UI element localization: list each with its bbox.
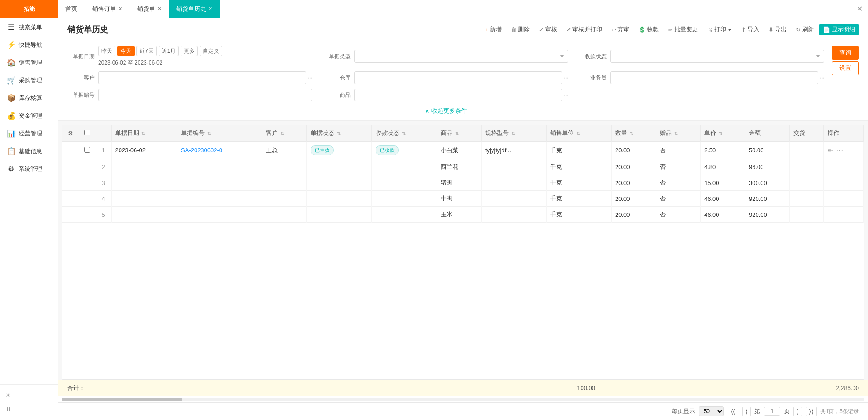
total-label: 共1页，5条记录 <box>820 408 859 415</box>
tab-sales-order[interactable]: 销售订单 ✕ <box>85 0 130 18</box>
col-transaction: 交货 <box>790 125 823 142</box>
warehouse-more-icon[interactable]: ··· <box>564 75 568 81</box>
date-btn-yesterday[interactable]: 昨天 <box>98 46 115 56</box>
batch-change-button[interactable]: ✏ 批量变更 <box>664 24 702 35</box>
tab-sales-delivery-close[interactable]: ✕ <box>157 6 161 12</box>
tab-sales-history[interactable]: 销货单历史 ✕ <box>169 0 220 18</box>
tab-sales-history-close[interactable]: ✕ <box>208 6 212 12</box>
query-button[interactable]: 查询 <box>832 46 859 60</box>
edit-icon-1[interactable]: ✏ <box>828 147 833 154</box>
row-spec-type-2 <box>482 159 547 175</box>
refresh-button[interactable]: ↻ 刷新 <box>792 24 818 35</box>
receipt-status-select[interactable] <box>610 50 824 63</box>
filter-product-field: 商品 ··· <box>323 89 568 101</box>
date-btn-7days[interactable]: 近7天 <box>136 46 157 56</box>
col-customer[interactable]: 客户 ⇅ <box>262 125 307 142</box>
sidebar-item-sales-mgmt[interactable]: 🏠 销售管理 <box>0 54 58 71</box>
customer-more-icon[interactable]: ··· <box>308 75 312 81</box>
col-product-label: 商品 <box>441 130 452 136</box>
product-more-icon[interactable]: ··· <box>564 92 568 98</box>
date-btn-more[interactable]: 更多 <box>181 46 198 56</box>
col-receipt-status[interactable]: 收款状态 ⇅ <box>372 125 437 142</box>
col-gift-sort: ⇅ <box>674 131 678 136</box>
col-quantity[interactable]: 数量 ⇅ <box>611 125 656 142</box>
tab-home[interactable]: 首页 <box>58 0 85 18</box>
refresh-icon: ↻ <box>796 26 801 33</box>
col-unit-price[interactable]: 单价 ⇅ <box>700 125 745 142</box>
col-doc-status[interactable]: 单据状态 ⇅ <box>307 125 372 142</box>
row-gift-1: 否 <box>656 142 700 159</box>
warehouse-input[interactable] <box>354 71 562 84</box>
product-input[interactable] <box>354 89 562 101</box>
staff-more-icon[interactable]: ··· <box>820 75 824 81</box>
date-btn-custom[interactable]: 自定义 <box>200 46 222 56</box>
sidebar-item-label: 库存核算 <box>19 94 42 102</box>
page-number-input[interactable] <box>764 407 780 416</box>
col-sales-unit-label: 销售单位 <box>550 130 574 136</box>
print-button[interactable]: 🖨 打印 ▼ <box>703 24 736 35</box>
sidebar-item-inventory[interactable]: 📦 库存核算 <box>0 89 58 107</box>
import-button[interactable]: ⬆ 导入 <box>738 24 763 35</box>
sidebar-item-quick-nav[interactable]: ⚡ 快捷导航 <box>0 36 58 54</box>
table-row: 5 玉米 千克 20.00 否 46.00 920.00 <box>62 207 864 223</box>
row-setting-3 <box>62 175 79 191</box>
prev-page-button[interactable]: ⟨ <box>742 407 751 416</box>
row-1-checkbox[interactable] <box>84 147 90 153</box>
horizontal-scrollbar[interactable] <box>58 396 868 402</box>
col-doc-no[interactable]: 单据编号 ⇅ <box>177 125 262 142</box>
row-setting-4 <box>62 191 79 207</box>
sidebar-item-finance-mgmt[interactable]: 💰 资金管理 <box>0 107 58 125</box>
add-button[interactable]: + 新增 <box>482 24 506 35</box>
col-product[interactable]: 商品 ⇅ <box>437 125 482 142</box>
sidebar-item-purchase-mgmt[interactable]: 🛒 采购管理 <box>0 71 58 89</box>
show-detail-button[interactable]: 📄 显示明细 <box>819 24 859 35</box>
setting-button[interactable]: 设置 <box>832 61 859 75</box>
print-dropdown-icon: ▼ <box>728 27 732 32</box>
doc-no-input[interactable] <box>98 89 312 101</box>
more-icon-1[interactable]: ⋯ <box>837 147 843 154</box>
doc-type-select[interactable] <box>354 50 568 63</box>
date-btn-today[interactable]: 今天 <box>117 46 135 56</box>
col-quantity-sort: ⇅ <box>630 131 633 136</box>
table-row: 1 2023-06-02 SA-20230602-0 王总 已生效 已收款 小白… <box>62 142 864 159</box>
staff-input[interactable] <box>610 71 818 84</box>
col-gift[interactable]: 赠品 ⇅ <box>656 125 700 142</box>
next-page-button[interactable]: ⟩ <box>793 407 802 416</box>
window-close-button[interactable]: ✕ <box>851 0 868 18</box>
audit-button[interactable]: ✔ 审核 <box>535 24 561 35</box>
sidebar-item-system-mgmt[interactable]: ⚙ 系统管理 <box>0 160 58 178</box>
sidebar-bottom-item-2[interactable]: ⏸ <box>0 402 58 416</box>
col-spec-type[interactable]: 规格型号 ⇅ <box>482 125 547 142</box>
row-product-5: 玉米 <box>437 207 482 223</box>
date-btn-1month[interactable]: 近1月 <box>159 46 179 56</box>
col-sales-unit[interactable]: 销售单位 ⇅ <box>547 125 612 142</box>
tab-sales-delivery[interactable]: 销货单 ✕ <box>130 0 169 18</box>
row-action-4 <box>823 191 863 207</box>
doc-no-link-1[interactable]: SA-20230602-0 <box>181 147 222 154</box>
receive-button[interactable]: 💲 收款 <box>635 24 662 35</box>
sidebar-item-search-menu[interactable]: ☰ 搜索菜单 <box>0 18 58 36</box>
row-doc-no-1: SA-20230602-0 <box>177 142 262 159</box>
sidebar-item-operations-mgmt[interactable]: 📊 经营管理 <box>0 125 58 142</box>
sidebar-bottom-item-1[interactable]: ☀ <box>0 388 58 402</box>
delete-button[interactable]: 🗑 删除 <box>507 24 533 35</box>
sales-mgmt-icon: 🏠 <box>7 58 15 67</box>
page-size-select[interactable]: 50 100 <box>699 406 724 416</box>
first-page-button[interactable]: ⟨⟨ <box>728 407 738 416</box>
col-doc-date[interactable]: 单据日期 ⇅ <box>111 125 177 142</box>
page-label-suffix: 页 <box>784 407 790 415</box>
row-unit-price-1: 2.50 <box>700 142 745 159</box>
col-setting[interactable]: ⚙ <box>62 125 79 142</box>
scroll-thumb[interactable] <box>62 398 182 401</box>
page-header-top: 销货单历史 + 新增 🗑 删除 ✔ 审核 ✔ <box>67 24 859 35</box>
collapse-button[interactable]: ∧ 收起更多条件 <box>425 105 467 117</box>
abandon-button[interactable]: ↩ 弃审 <box>607 24 633 35</box>
audit-print-button[interactable]: ✔ 审核并打印 <box>562 24 606 35</box>
sidebar-item-basic-info[interactable]: 📋 基础信息 <box>0 142 58 160</box>
last-page-button[interactable]: ⟩⟩ <box>806 407 817 416</box>
select-all-checkbox[interactable] <box>84 130 90 135</box>
tab-sales-order-close[interactable]: ✕ <box>118 6 122 12</box>
scroll-track[interactable] <box>62 398 864 401</box>
export-button[interactable]: ⬇ 导出 <box>765 24 790 35</box>
customer-input[interactable] <box>98 71 306 84</box>
